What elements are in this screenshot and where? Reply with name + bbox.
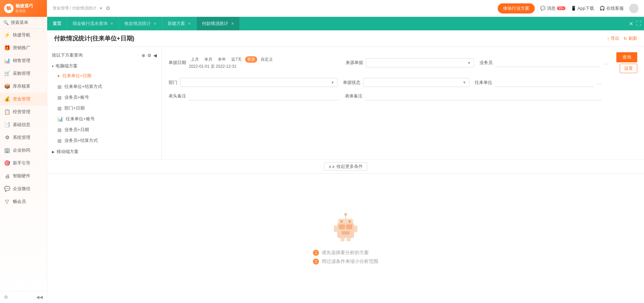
collapse-btn[interactable]: ∧∧ 收起更多条件 [324,162,367,171]
sidebar-item-finance[interactable]: 💰 资金管理 [0,93,47,105]
svg-rect-2 [346,224,352,229]
date-btn-last-month[interactable]: 上月 [189,56,201,63]
tab-payment-stat[interactable]: 付款情况统计 ✕ [197,17,240,30]
app-download-btn[interactable]: 📱 App下载 [571,5,594,11]
query-btn[interactable]: 查询 [616,52,637,62]
filter-row-3: 表头备注 表体备注 [169,92,637,100]
sidebar-item-purchase[interactable]: 🛒 采购管理 [0,67,47,80]
sidebar-item-marketing[interactable]: 🎁 营销推广 [0,41,47,54]
date-controls: 上月 本月 本年 近7天 更多 自定义 2022-01-01 至 2022-12… [189,56,340,69]
bill-status-select[interactable]: ▾ [363,78,470,87]
date-buttons: 上月 本月 本年 近7天 更多 自定义 [189,56,340,63]
sidebar-item-enterprise[interactable]: 🏢 企业协同 [0,144,47,157]
system-icon: ⚙ [4,134,10,141]
svg-point-10 [348,220,351,223]
body-note-input[interactable] [365,92,602,100]
scheme-item-staff-account[interactable]: ▦ 业务员+账号 [47,92,162,103]
logo-icon: 畅 [4,4,13,13]
tab-bank-flow[interactable]: 现金银行流水查询 ✕ [67,17,119,30]
purchase-icon: 🛒 [4,70,10,77]
scheme-group-mobile-title[interactable]: ▶ 移动端方案 [47,146,162,156]
page-header: 付款情况统计(往来单位+日期) ↑ 导出 ↻ 刷新 [47,30,644,47]
sidebar-nav: ⚡ 快捷导航 🎁 营销推广 📊 销售管理 🛒 采购管理 📦 库存核算 💰 资金管… [0,29,47,291]
date-btn-7days[interactable]: 近7天 [229,56,244,63]
sidebar-item-wechat[interactable]: 💬 企业微信 [0,182,47,195]
source-bill-select[interactable]: ▾ [366,58,474,67]
header-note-input[interactable] [189,92,340,100]
sidebar-item-member[interactable]: ▽ 畅会员 [0,195,47,208]
staff-input[interactable] [495,58,600,67]
content-area: 付款情况统计(往来单位+日期) ↑ 导出 ↻ 刷新 按以下方案查询 [47,30,644,303]
tab-maximize-icon[interactable]: ⛶ [636,21,641,27]
filter-item-date: 单据日期 上月 本月 本年 近7天 更多 自定义 2022-01-01 至 20… [169,56,340,69]
date-btn-custom[interactable]: 自定义 [259,56,275,63]
collapse-bar: ∧∧ 收起更多条件 [47,159,644,174]
sidebar-item-base-info[interactable]: 📑 基础信息 [0,118,47,131]
quick-nav-icon: ⚡ [4,32,10,38]
scheme-item-unit-date[interactable]: ● 往来单位+日期 [47,70,162,81]
scheme-table-icon: ▦ [57,84,62,89]
related-unit-dots-icon[interactable]: … [596,80,602,86]
filter-item-staff: 业务员 … [479,58,608,67]
tab-close-receipt-stat[interactable]: ✕ [153,22,156,26]
online-service-btn[interactable]: 🎧 在线客服 [599,5,624,11]
sidebar-logo: 畅 畅捷通巧 标准版 [0,0,47,17]
breadcrumb-dropdown[interactable]: ▾ [100,6,102,11]
tab-close-new-scheme[interactable]: ✕ [188,22,191,26]
collapse-scheme-icon[interactable]: ◀ [153,53,157,58]
scheme-group-desktop-title[interactable]: ▾ 电脑端方案 [47,60,162,70]
body-note-label: 表体备注 [345,93,362,99]
tab-close-bank-flow[interactable]: ✕ [110,22,113,26]
sidebar-item-hardware[interactable]: 🖨 智能硬件 [0,170,47,182]
user-avatar[interactable] [629,4,639,13]
footer-collapse-icon[interactable]: ◀◀ [36,295,43,300]
scheme-item-staff-date[interactable]: ▦ 业务员+日期 [47,124,162,135]
enterprise-icon: 🏢 [4,147,10,153]
tab-close-payment-stat[interactable]: ✕ [231,22,234,26]
export-btn[interactable]: ↑ 导出 [607,35,620,41]
mobile-group-arrow-icon: ▶ [52,150,55,154]
scheme-item-unit-account[interactable]: 📊 往来单位+账号 [47,114,162,124]
tab-receipt-stat[interactable]: 收款情况统计 ✕ [119,17,162,30]
filter-item-body-note: 表体备注 [345,92,602,100]
scheme-item-unit-settle[interactable]: ▦ 往来单位+结算方式 [47,81,162,92]
footer-settings-icon[interactable]: ⚙ [4,295,8,300]
trial-btn[interactable]: 体验行业方案 [498,3,535,13]
date-btn-more[interactable]: 更多 [245,56,257,63]
sidebar-item-inventory[interactable]: 📦 库存核算 [0,80,47,93]
add-scheme-icon[interactable]: ⊕ [142,53,145,58]
message-badge: 99+ [557,6,565,10]
member-icon: ▽ [4,199,10,205]
dept-select[interactable]: ▾ [180,78,338,87]
empty-state: 1 请先选择要分析的方案 2 用过滤条件来缩小分析范围 [47,174,644,303]
sidebar-item-operation[interactable]: 📋 经营管理 [0,105,47,118]
guide-icon: 🎯 [4,160,10,166]
related-unit-input[interactable] [495,78,593,87]
message-btn[interactable]: 💬 消息 99+ [540,5,565,11]
scheme-item-dept-date[interactable]: ▦ 部门+日期 [47,103,162,114]
main-area: 资金管理 / 付款情况统计 ▾ ⚙ 体验行业方案 💬 消息 99+ 📱 App下… [47,0,644,303]
filter-item-header-note: 表头备注 [169,92,340,100]
sidebar-item-sales[interactable]: 📊 销售管理 [0,54,47,67]
tab-close-all-icon[interactable]: ✕ [629,21,633,27]
date-btn-this-year[interactable]: 本年 [216,56,228,63]
scheme-item-staff-settle[interactable]: ▦ 业务员+结算方式 [47,135,162,146]
sidebar-item-guide[interactable]: 🎯 新手引导 [0,157,47,170]
search-menu[interactable]: 🔍 搜索菜单 [0,17,47,29]
filter-item-source-bill: 来源单据 ▾ [346,58,474,67]
settings-scheme-icon[interactable]: ⚙ [147,53,151,58]
filter-settings-btn[interactable]: 设置 [620,64,637,73]
refresh-btn[interactable]: ↻ 刷新 [623,35,637,41]
refresh-icon: ↻ [623,36,627,41]
sidebar-item-quick-nav[interactable]: ⚡ 快捷导航 [0,29,47,41]
sidebar-item-system[interactable]: ⚙ 系统管理 [0,131,47,144]
sales-icon: 📊 [4,58,10,64]
topbar-settings-icon[interactable]: ⚙ [106,5,110,11]
scheme-panel-header: 按以下方案查询 ⊕ ⚙ ◀ [47,50,162,60]
tab-new-scheme[interactable]: 新建方案 ✕ [162,17,197,30]
date-btn-this-month[interactable]: 本月 [202,56,214,63]
query-col: 查询 设置 [616,52,637,73]
tab-home[interactable]: 首页 [47,17,67,30]
tabbar: 首页 现金银行流水查询 ✕ 收款情况统计 ✕ 新建方案 ✕ 付款情况统计 ✕ ✕… [47,17,644,30]
staff-dots-icon[interactable]: … [603,60,608,66]
